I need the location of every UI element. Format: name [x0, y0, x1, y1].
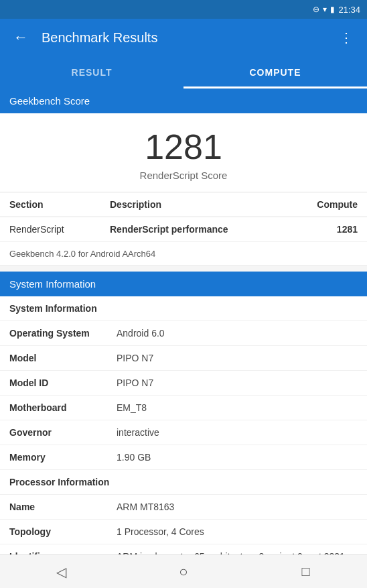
top-bar: ← Benchmark Results ⋮	[0, 19, 367, 56]
info-row-identifier: Identifier ARM implementer 65 architectu…	[0, 544, 367, 554]
system-group-title: System Information	[0, 296, 367, 321]
info-row-model-id: Model ID PIPO N7	[0, 371, 367, 396]
tab-result[interactable]: RESULT	[0, 56, 184, 89]
nav-recent-button[interactable]: □	[286, 558, 326, 585]
table-header: Section Description Compute	[0, 192, 367, 217]
nav-back-button[interactable]: ◁	[41, 558, 81, 585]
info-value-memory: 1.90 GB	[117, 452, 358, 463]
info-label-model-id: Model ID	[9, 377, 117, 388]
page-title: Benchmark Results	[42, 30, 326, 46]
info-value-name: ARM MT8163	[117, 502, 358, 512]
info-row-topology: Topology 1 Processor, 4 Cores	[0, 520, 367, 544]
info-label-memory: Memory	[9, 452, 117, 463]
info-value-governor: interactive	[117, 427, 358, 438]
tab-bar: RESULT COMPUTE	[0, 56, 367, 89]
status-icons: ⊖ ▾ ▮ 21:34	[313, 5, 360, 15]
signal-icon: ⊖	[313, 5, 319, 14]
score-number: 1281	[145, 127, 222, 167]
geekbench-header: Geekbench Score	[0, 89, 367, 113]
col-header-description: Description	[110, 199, 304, 210]
info-row-motherboard: Motherboard EM_T8	[0, 396, 367, 420]
info-row-model: Model PIPO N7	[0, 346, 367, 371]
more-button[interactable]: ⋮	[337, 27, 356, 48]
info-row-memory: Memory 1.90 GB	[0, 445, 367, 470]
row-compute: 1281	[304, 224, 358, 235]
row-description: RenderScript performance	[110, 224, 304, 235]
col-header-section: Section	[9, 199, 110, 210]
info-label-motherboard: Motherboard	[9, 402, 117, 413]
content-area: Geekbench Score 1281 RenderScript Score …	[0, 89, 367, 554]
nav-home-button[interactable]: ○	[163, 558, 204, 585]
info-value-model: PIPO N7	[117, 353, 358, 363]
wifi-icon: ▾	[323, 5, 327, 14]
status-bar: ⊖ ▾ ▮ 21:34	[0, 0, 367, 19]
score-label: RenderScript Score	[140, 170, 228, 181]
info-row-name: Name ARM MT8163	[0, 495, 367, 520]
info-value-topology: 1 Processor, 4 Cores	[117, 526, 358, 537]
results-table: Section Description Compute RenderScript…	[0, 192, 367, 242]
nav-bar: ◁ ○ □	[0, 554, 367, 588]
col-header-compute: Compute	[304, 199, 358, 210]
info-label-model: Model	[9, 353, 117, 363]
row-section: RenderScript	[9, 224, 110, 235]
status-time: 21:34	[338, 5, 360, 15]
back-button[interactable]: ←	[11, 26, 31, 49]
info-label-name: Name	[9, 502, 117, 512]
info-value-os: Android 6.0	[117, 328, 358, 339]
info-label-governor: Governor	[9, 427, 117, 438]
info-value-motherboard: EM_T8	[117, 402, 358, 413]
processor-group-title: Processor Information	[0, 470, 367, 495]
info-row-os: Operating System Android 6.0	[0, 321, 367, 346]
info-row-governor: Governor interactive	[0, 420, 367, 445]
score-area: 1281 RenderScript Score	[0, 113, 367, 192]
info-value-model-id: PIPO N7	[117, 377, 358, 388]
nav-recent-icon: □	[302, 564, 310, 579]
system-info-header: System Information	[0, 272, 367, 296]
info-label-topology: Topology	[9, 526, 117, 537]
tab-compute[interactable]: COMPUTE	[184, 56, 367, 89]
info-label-os: Operating System	[9, 328, 117, 339]
table-row: RenderScript RenderScript performance 12…	[0, 217, 367, 242]
nav-home-icon: ○	[179, 563, 188, 581]
battery-icon: ▮	[330, 5, 335, 14]
nav-back-icon: ◁	[56, 564, 66, 580]
footer-note: Geekbench 4.2.0 for Android AArch64	[0, 242, 367, 266]
